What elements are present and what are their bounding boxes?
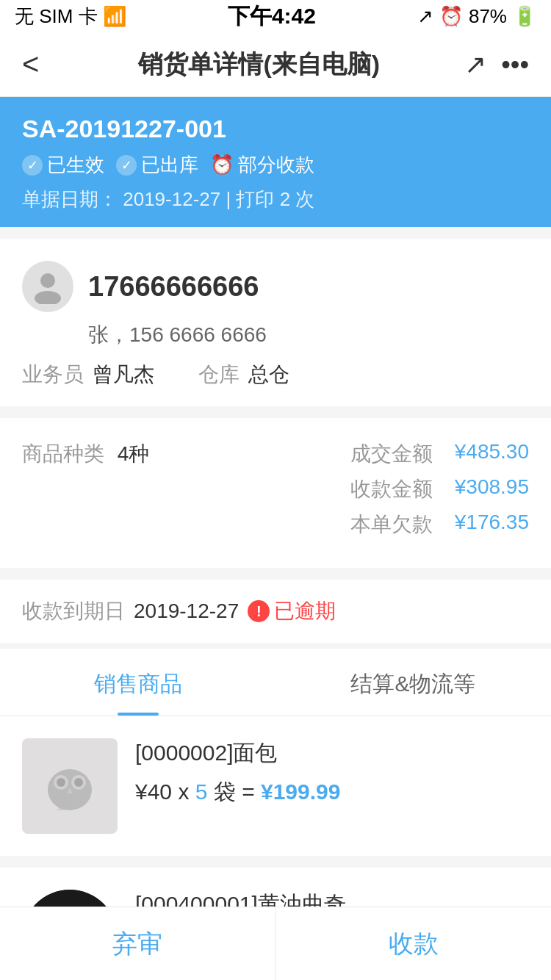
product-total-1: ¥199.99 [261,779,340,804]
sales-rep-label: 业务员 [22,361,84,389]
more-icon[interactable]: ••• [501,49,529,80]
svg-point-6 [74,778,83,787]
status-carrier: 无 SIM 卡 📶 [15,4,126,29]
nav-actions: ↗︎ ••• [464,49,529,80]
transaction-value: ¥485.30 [455,440,529,468]
status-shipped-label: 已出库 [141,152,198,178]
tab-settlement-logistics[interactable]: 结算&物流等 [276,649,551,716]
transaction-label: 成交金额 [350,440,433,468]
amount-info: 成交金额 ¥485.30 收款金额 ¥308.95 本单欠款 ¥176.35 [350,440,529,546]
received-row: 收款金额 ¥308.95 [350,475,529,503]
status-effective-label: 已生效 [47,152,104,178]
print-divider: | [226,188,236,210]
order-date-row: 单据日期： 2019-12-27 | 打印 2 次 [22,187,529,212]
share-icon[interactable]: ↗︎ [464,49,486,80]
status-time: 下午4:42 [228,1,316,32]
person-icon [30,269,65,304]
category-label: 商品种类 [22,442,104,465]
product-unit-price-1: ¥40 [135,779,172,804]
overdue-badge: ! 已逾期 [248,597,336,625]
owed-value: ¥176.35 [455,511,529,538]
order-header: SA-20191227-001 ✓ 已生效 ✓ 已出库 ⏰ 部分收款 单据日期：… [0,97,551,227]
alarm-icon: ⏰ [439,5,463,28]
transaction-row: 成交金额 ¥485.30 [350,440,529,468]
svg-point-5 [57,778,65,787]
confirm-button[interactable]: 收款 [276,907,552,980]
due-date: 2019-12-27 [134,599,239,623]
back-button[interactable]: < [22,48,54,81]
warehouse-label: 仓库 [198,361,240,389]
sales-rep: 业务员 曾凡杰 [22,361,154,389]
product-price-1: ¥40 x 5 袋 = ¥199.99 [135,777,529,807]
overdue-icon: ! [248,600,270,622]
customer-meta: 业务员 曾凡杰 仓库 总仓 [22,361,529,389]
status-effective: ✓ 已生效 [22,152,104,178]
category-value: 4种 [118,442,150,465]
status-partial: ⏰ 部分收款 [210,152,314,178]
product-info-1: [0000002]面包 ¥40 x 5 袋 = ¥199.99 [135,738,529,807]
order-id: SA-20191227-001 [22,115,529,143]
clock-icon: ⏰ [210,154,234,176]
product-owl-icon: 量+ [40,757,99,815]
page-title: 销货单详情(来自电脑) [54,48,464,82]
customer-id: 17666666666 [88,271,259,303]
received-value: ¥308.95 [455,475,529,503]
warehouse: 仓库 总仓 [198,361,289,389]
status-shipped: ✓ 已出库 [116,152,198,178]
tabs: 销售商品 结算&物流等 [0,649,551,716]
check-icon-1: ✓ [22,155,43,176]
order-status-row: ✓ 已生效 ✓ 已出库 ⏰ 部分收款 [22,152,529,178]
nav-bar: < 销货单详情(来自电脑) ↗︎ ••• [0,32,551,97]
avatar [22,261,73,312]
check-icon-2: ✓ [116,155,137,176]
order-date: 2019-12-27 [123,188,220,210]
owed-row: 本单欠款 ¥176.35 [350,511,529,538]
customer-row: 17666666666 [22,261,529,312]
svg-point-0 [40,273,55,288]
product-name-1: [0000002]面包 [135,738,529,768]
tab-sales-products[interactable]: 销售商品 [0,649,276,716]
summary-section: 商品种类 4种 成交金额 ¥485.30 收款金额 ¥308.95 本单欠款 ¥… [0,418,551,568]
warehouse-value: 总仓 [248,361,289,389]
overdue-text: 已逾期 [274,597,336,625]
customer-section: 17666666666 张，156 6666 6666 业务员 曾凡杰 仓库 总… [0,239,551,406]
svg-point-1 [35,291,61,304]
print-info: 打印 2 次 [236,188,314,210]
category-info: 商品种类 4种 [22,440,149,468]
owed-label: 本单欠款 [350,511,433,538]
product-image-1: 量+ [22,738,118,834]
location-icon: ↗ [417,5,433,28]
cancel-button[interactable]: 弃审 [0,907,276,980]
sales-rep-value: 曾凡杰 [93,361,154,389]
status-right: ↗ ⏰ 87% 🔋 [417,5,536,28]
date-label: 单据日期： [22,188,118,210]
battery-icon: 🔋 [513,5,536,28]
product-unit-1: 袋 [214,779,236,804]
status-partial-label: 部分收款 [238,152,314,178]
due-label: 收款到期日 [22,597,125,625]
battery-level: 87% [469,5,507,28]
received-label: 收款金额 [350,475,433,503]
customer-name: 张，156 6666 6666 [88,321,529,349]
svg-text:量+: 量+ [57,801,71,812]
product-qty-1: 5 [195,779,208,804]
bottom-bar: 弃审 收款 [0,907,551,980]
status-bar: 无 SIM 卡 📶 下午4:42 ↗ ⏰ 87% 🔋 [0,0,551,32]
table-row: 量+ [0000002]面包 ¥40 x 5 袋 = ¥199.99 [0,716,551,856]
due-section: 收款到期日 2019-12-27 ! 已逾期 [0,580,551,649]
